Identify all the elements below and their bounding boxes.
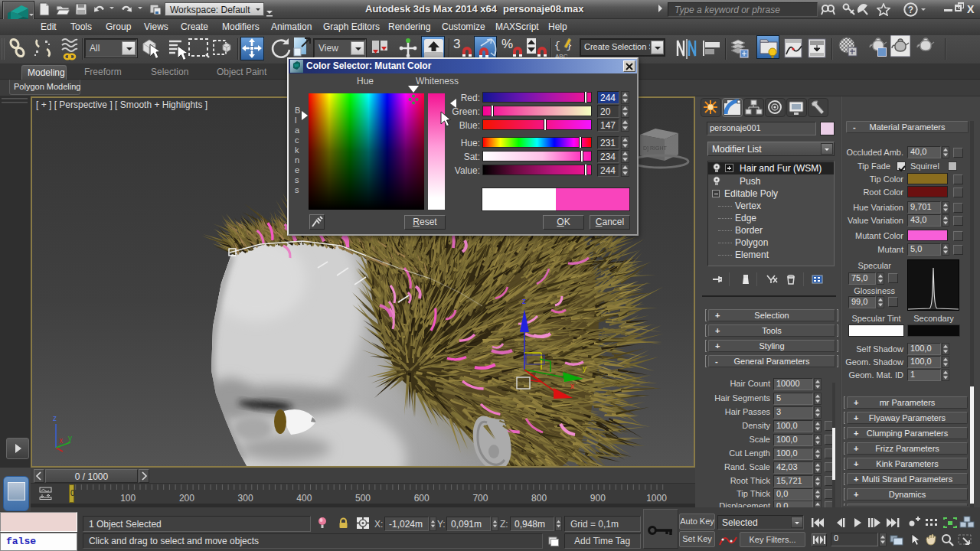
- svg-text:x: x: [59, 436, 63, 445]
- svg-text:x: x: [570, 382, 574, 390]
- svg-text:D] RIGHT: D] RIGHT: [643, 145, 667, 152]
- svg-text:y: y: [68, 434, 72, 442]
- svg-text:?: ?: [908, 5, 913, 15]
- svg-text:z: z: [522, 297, 526, 305]
- svg-text:y: y: [583, 364, 586, 373]
- svg-text:z: z: [53, 414, 57, 422]
